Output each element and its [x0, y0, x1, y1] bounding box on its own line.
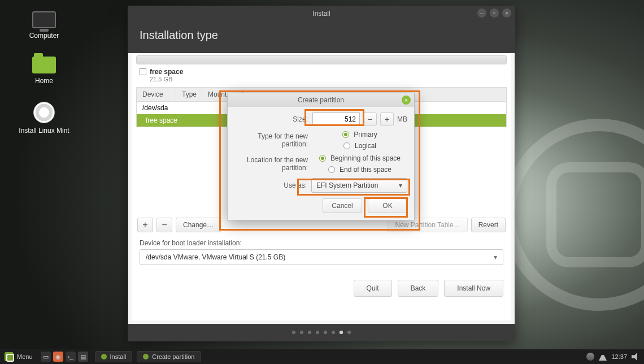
free-space-legend: free space	[132, 68, 511, 76]
disc-icon	[33, 102, 55, 123]
size-unit: MB	[397, 115, 407, 123]
desktop-icon-install[interactable]: Install Linux Mint	[10, 102, 78, 135]
mint-icon	[5, 352, 14, 361]
radio-logical[interactable]: Logical	[343, 142, 376, 150]
app-icon	[101, 354, 107, 359]
desktop-icon-label: Home	[10, 77, 78, 85]
taskbar-item-create-partition[interactable]: Create partition	[137, 351, 201, 362]
nav-row: Quit Back Install Now	[140, 280, 503, 297]
folder-icon	[32, 57, 56, 73]
add-partition-button[interactable]: +	[137, 218, 153, 232]
boot-device-select[interactable]: /dev/sda VMware, VMware Virtual S (21.5 …	[140, 249, 503, 265]
minimize-icon[interactable]: –	[477, 8, 486, 18]
revert-button[interactable]: Revert	[471, 218, 506, 232]
radio-icon	[328, 166, 335, 173]
files-icon[interactable]: ▤	[78, 352, 88, 362]
show-desktop-icon[interactable]: ▭	[41, 352, 51, 362]
change-button[interactable]: Change…	[176, 218, 221, 232]
boot-device-label: Device for boot loader installation:	[140, 239, 503, 247]
close-icon[interactable]: ×	[502, 8, 511, 18]
cell-device: free space	[137, 114, 183, 127]
network-icon[interactable]	[599, 353, 607, 361]
legend-swatch	[140, 68, 146, 75]
taskbar-item-install[interactable]: Install	[95, 351, 133, 362]
taskbar: Menu ▭ ◉ ›_ ▤ Install Create partition 1…	[0, 349, 644, 364]
wallpaper-logo	[503, 119, 644, 311]
computer-icon	[32, 11, 56, 28]
install-now-button[interactable]: Install Now	[444, 280, 503, 297]
size-input[interactable]	[312, 112, 360, 126]
desktop: Computer Home Install Linux Mint Install…	[0, 0, 644, 364]
legend-label: free space	[150, 68, 183, 76]
step-dots	[128, 324, 515, 341]
radio-primary[interactable]: Primary	[342, 131, 377, 138]
useas-value: EFI System Partition	[316, 181, 378, 189]
radio-icon	[343, 142, 350, 149]
back-button[interactable]: Back	[398, 280, 439, 297]
useas-label: Use as:	[234, 181, 311, 189]
firefox-icon[interactable]: ◉	[53, 352, 63, 362]
dialog-titlebar[interactable]: Create partition ×	[228, 93, 414, 107]
app-icon	[143, 354, 149, 359]
remove-partition-button[interactable]: −	[156, 218, 172, 232]
window-titlebar[interactable]: Install – ▫ ×	[128, 6, 515, 21]
clock[interactable]: 12:37	[611, 353, 627, 360]
user-icon[interactable]	[586, 353, 594, 361]
dialog-close-icon[interactable]: ×	[402, 96, 411, 105]
size-label: Size:	[234, 115, 312, 123]
system-tray: 12:37	[582, 353, 644, 361]
create-partition-dialog: Create partition × Size: − + MB Type for…	[227, 93, 415, 220]
type-label: Type for the new partition:	[234, 132, 312, 148]
useas-select[interactable]: EFI System Partition	[311, 178, 407, 193]
boot-device-value: /dev/sda VMware, VMware Virtual S (21.5 …	[146, 253, 285, 261]
quit-button[interactable]: Quit	[354, 280, 392, 297]
radio-icon	[319, 155, 326, 162]
quick-launch: ▭ ◉ ›_ ▤	[37, 352, 92, 362]
desktop-icon-label: Computer	[10, 32, 78, 40]
terminal-icon[interactable]: ›_	[66, 352, 76, 362]
location-label: Location for the new partition:	[234, 156, 312, 172]
radio-end[interactable]: End of this space	[328, 166, 391, 174]
window-title: Install	[312, 10, 330, 18]
desktop-icon-label: Install Linux Mint	[10, 127, 78, 135]
sound-icon[interactable]	[632, 353, 639, 361]
page-heading: Installation type	[128, 21, 515, 53]
ok-button[interactable]: OK	[368, 198, 407, 213]
maximize-icon[interactable]: ▫	[490, 8, 499, 18]
size-increment-button[interactable]: +	[380, 112, 394, 126]
storage-bar	[136, 55, 507, 64]
size-decrement-button[interactable]: −	[363, 112, 377, 126]
cancel-button[interactable]: Cancel	[323, 198, 362, 213]
desktop-icon-home[interactable]: Home	[10, 57, 78, 85]
cell-device: /dev/sda	[137, 102, 173, 114]
dialog-title: Create partition	[298, 96, 344, 104]
menu-button[interactable]: Menu	[0, 352, 37, 361]
desktop-icon-computer[interactable]: Computer	[10, 11, 78, 40]
radio-icon	[342, 131, 349, 138]
col-device[interactable]: Device	[137, 88, 176, 101]
col-type[interactable]: Type	[176, 88, 202, 101]
radio-beginning[interactable]: Beginning of this space	[319, 154, 401, 162]
legend-size: 21.5 GB	[132, 76, 511, 86]
